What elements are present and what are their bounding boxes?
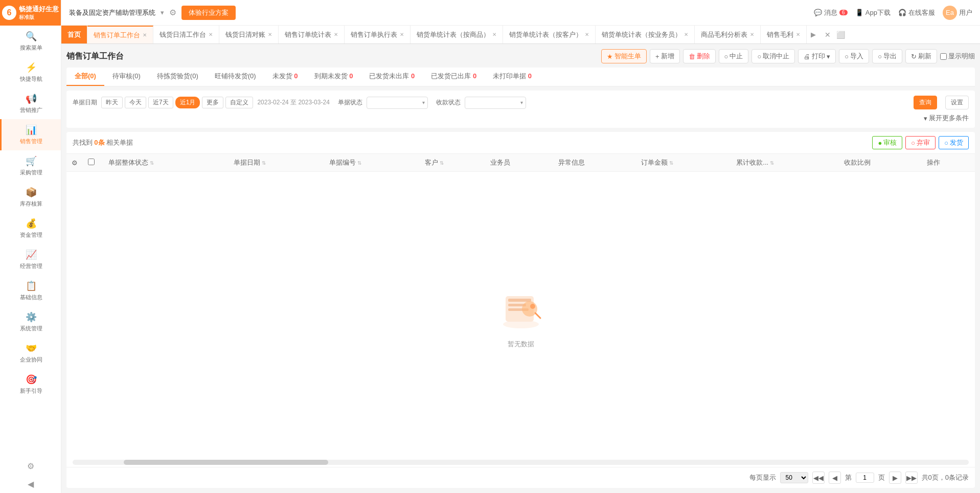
cancel-stop-btn[interactable]: ○ 取消中止 xyxy=(751,49,795,63)
th-status-sort[interactable]: 单据整体状态 xyxy=(108,158,223,167)
filter-yesterday-btn[interactable]: 昨天 xyxy=(101,97,123,108)
filter-status-select[interactable] xyxy=(367,97,428,109)
tab-sales-workbench-close[interactable]: ✕ xyxy=(143,32,147,38)
sidebar-item-enterprise[interactable]: 🤝 企业协同 xyxy=(0,338,61,369)
tab-cash-reconcile-close[interactable]: ✕ xyxy=(268,32,272,37)
sidebar-item-sales[interactable]: 📊 销售管理 xyxy=(0,119,61,150)
th-number-sort[interactable]: 单据编号 xyxy=(329,158,415,167)
subtab-wangpu-shipping[interactable]: 旺铺待发货(0) xyxy=(207,68,264,86)
sidebar-item-quick-nav[interactable]: ⚡ 快捷导航 xyxy=(0,57,61,88)
gear-icon[interactable]: ⚙ xyxy=(72,159,78,167)
subtab-not-printed[interactable]: 未打印单据 0 xyxy=(485,68,540,86)
tab-gross-profit[interactable]: 商品毛利分析表 ✕ xyxy=(695,26,761,44)
next-page-btn[interactable]: ▶ xyxy=(889,472,901,484)
tab-cash-daily-close[interactable]: ✕ xyxy=(209,32,213,37)
tab-sales-profit-close[interactable]: ✕ xyxy=(796,32,800,37)
filter-custom-btn[interactable]: 自定义 xyxy=(225,97,253,108)
tab-cash-daily[interactable]: 钱货日清工作台 ✕ xyxy=(153,26,219,44)
app-download-btn[interactable]: 📱 App下载 xyxy=(855,8,891,17)
last-page-btn[interactable]: ▶▶ xyxy=(905,472,918,484)
tab-sales-stat-product[interactable]: 销货单统计表（按商品） ✕ xyxy=(411,26,503,44)
sidebar-item-system[interactable]: ⚙️ 系统管理 xyxy=(0,306,61,338)
filter-today-btn[interactable]: 今天 xyxy=(125,97,146,108)
sidebar-item-inventory[interactable]: 📦 库存核算 xyxy=(0,182,61,213)
subtab-all[interactable]: 全部(0) xyxy=(66,68,104,86)
tab-sales-stat-customer-close[interactable]: ✕ xyxy=(585,32,589,37)
revoke-btn[interactable]: ○ 弃审 xyxy=(905,136,936,149)
sidebar-collapse-btn[interactable]: ◀ xyxy=(0,475,61,493)
page-input[interactable] xyxy=(856,473,874,483)
industry-solution-btn[interactable]: 体验行业方案 xyxy=(181,6,236,20)
tab-sales-stats-close[interactable]: ✕ xyxy=(334,32,338,37)
th-customer-sort[interactable]: 客户 xyxy=(425,158,480,167)
filter-more-btn[interactable]: 更多 xyxy=(202,97,223,108)
h-scrollbar-thumb[interactable] xyxy=(124,460,328,465)
tabbar-more-btn[interactable]: ▶ xyxy=(807,31,820,38)
messages-btn[interactable]: 💬 消息 6 xyxy=(814,8,848,17)
sidebar-item-guide[interactable]: 🎯 新手引导 xyxy=(0,369,61,400)
tab-maximize-btn[interactable]: ⬜ xyxy=(834,30,847,40)
tab-sales-stat-product-close[interactable]: ✕ xyxy=(492,32,496,37)
tab-cash-reconcile[interactable]: 钱货日清对账 ✕ xyxy=(219,26,279,44)
subtab-pending-inspect[interactable]: 待拣货验货(0) xyxy=(149,68,207,86)
tab-home[interactable]: 首页 xyxy=(61,26,87,44)
filter-payment-select[interactable] xyxy=(465,97,526,109)
sidebar-settings-btn[interactable]: ⚙ xyxy=(0,457,61,475)
approve-btn[interactable]: ● 审核 xyxy=(872,136,902,149)
filter-expand-btn[interactable]: ▾ 展开更多条件 xyxy=(924,114,969,123)
empty-text: 暂无数据 xyxy=(508,340,534,349)
sidebar-item-basic-info[interactable]: 📋 基础信息 xyxy=(0,275,61,306)
topbar-gear-icon[interactable]: ⚙ xyxy=(169,8,176,17)
tab-sales-profit[interactable]: 销售毛利 ✕ xyxy=(761,26,807,44)
delete-btn[interactable]: 🗑 删除 xyxy=(683,49,716,63)
subtab-shipped-out[interactable]: 已发货已出库 0 xyxy=(423,68,485,86)
table-scroll[interactable]: ⚙ 单据整体状态 单据日期 单 xyxy=(66,154,975,458)
filter-1month-btn[interactable]: 近1月 xyxy=(175,97,200,108)
th-ratio-label: 收款比例 xyxy=(844,159,871,166)
tab-sales-stat-staff[interactable]: 销货单统计表（按业务员） ✕ xyxy=(596,26,695,44)
show-detail-checkbox[interactable] xyxy=(940,53,947,60)
import-btn[interactable]: ○ 导入 xyxy=(839,49,869,63)
tab-sales-workbench[interactable]: 销售订单工作台 ✕ xyxy=(87,26,153,44)
sidebar-item-operations[interactable]: 📈 经营管理 xyxy=(0,244,61,275)
tab-sales-stat-staff-close[interactable]: ✕ xyxy=(684,32,688,37)
online-service-btn[interactable]: 🎧 在线客服 xyxy=(898,8,935,17)
per-page-select[interactable]: 10 20 50 100 xyxy=(780,472,808,483)
export-btn[interactable]: ○ 导出 xyxy=(872,49,902,63)
tab-sales-stats[interactable]: 销售订单统计表 ✕ xyxy=(279,26,345,44)
user-menu-btn[interactable]: Ea 用户 xyxy=(943,6,972,20)
query-btn[interactable]: 查询 xyxy=(914,96,937,109)
first-page-btn[interactable]: ◀◀ xyxy=(812,472,825,484)
sidebar-item-purchase[interactable]: 🛒 采购管理 xyxy=(0,150,61,182)
tab-sales-exec-close[interactable]: ✕ xyxy=(400,32,404,37)
th-collected-sort[interactable]: 累计收款... xyxy=(736,158,834,167)
tab-close-all-btn[interactable]: ✕ xyxy=(823,30,833,40)
tab-gross-profit-close[interactable]: ✕ xyxy=(750,32,754,37)
tab-sales-stat-customer[interactable]: 销货单统计表（按客户） ✕ xyxy=(503,26,596,44)
subtab-expired-not-shipped[interactable]: 到期未发货 0 xyxy=(306,68,361,86)
empty-svg xyxy=(495,281,546,332)
sidebar-item-finance[interactable]: 💰 资金管理 xyxy=(0,213,61,244)
subtab-shipped-not-out[interactable]: 已发货未出库 0 xyxy=(361,68,423,86)
subtab-not-shipped[interactable]: 未发货 0 xyxy=(264,68,306,86)
sidebar-item-marketing[interactable]: 📢 营销推广 xyxy=(0,88,61,119)
th-amount-sort[interactable]: 订单金额 xyxy=(641,158,726,167)
user-avatar: Ea xyxy=(943,6,957,20)
h-scrollbar[interactable] xyxy=(73,460,969,465)
show-detail-checkbox-wrap[interactable]: 显示明细 xyxy=(940,52,975,61)
sidebar-item-search[interactable]: 🔍 搜索菜单 xyxy=(0,26,61,57)
filter-settings-btn[interactable]: 设置 xyxy=(945,96,969,109)
th-date-sort[interactable]: 单据日期 xyxy=(234,158,319,167)
stop-btn[interactable]: ○ 中止 xyxy=(719,49,749,63)
print-btn[interactable]: 🖨 打印 ▾ xyxy=(798,49,836,63)
prev-page-btn[interactable]: ◀ xyxy=(829,472,841,484)
subtab-pending-review[interactable]: 待审核(0) xyxy=(104,68,149,86)
ship-btn[interactable]: ○ 发货 xyxy=(939,136,969,149)
refresh-btn[interactable]: ↻ 刷新 xyxy=(905,49,937,63)
add-btn[interactable]: + 新增 xyxy=(650,49,680,63)
page-title: 销售订单工作台 xyxy=(66,51,124,62)
smart-generate-btn[interactable]: ★ 智能生单 xyxy=(601,49,647,63)
filter-7days-btn[interactable]: 近7天 xyxy=(148,97,173,108)
tab-sales-exec[interactable]: 销售订单执行表 ✕ xyxy=(345,26,411,44)
select-all-checkbox[interactable] xyxy=(88,159,95,165)
